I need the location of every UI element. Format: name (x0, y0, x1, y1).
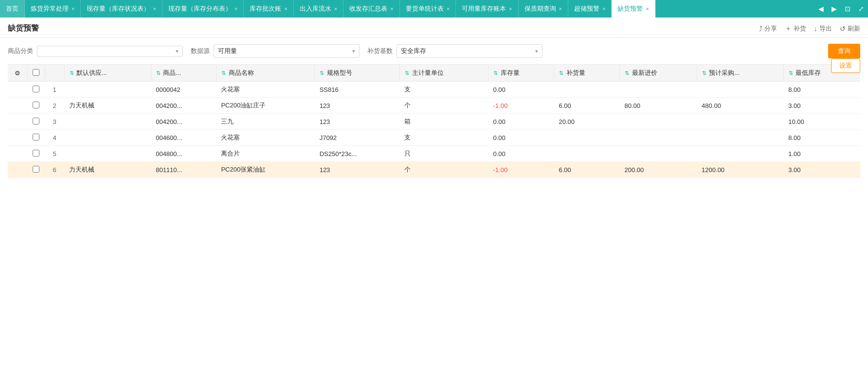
row-latest-price-4 (620, 146, 697, 162)
query-button[interactable]: 查询 (828, 44, 860, 58)
th-name[interactable]: ⇅ 商品名称 (216, 65, 314, 82)
row-checkbox-4[interactable] (33, 150, 39, 157)
table-row: 6 力天机械 801110... PC200张紧油缸 123 个 -1.00 6… (8, 162, 860, 178)
tab-next-btn[interactable]: ▶ (828, 0, 841, 18)
refresh-button[interactable]: ↺ 刷新 (840, 24, 860, 33)
datasource-select[interactable]: 可用量 ▾ (214, 44, 360, 58)
category-select[interactable]: ▾ (37, 46, 183, 57)
row-num-3: 4 (45, 130, 64, 146)
tab-close-expiry[interactable]: × (559, 6, 562, 12)
row-check-4[interactable] (27, 146, 45, 162)
row-supplement-1: 6.00 (554, 98, 620, 114)
tab-available-ledger[interactable]: 可用量库存账本 × (456, 0, 518, 18)
th-code[interactable]: ⇅ 商品... (151, 65, 216, 82)
tab-close-abnormal[interactable]: × (72, 6, 74, 12)
row-checkbox-0[interactable] (33, 86, 39, 92)
settings-button[interactable]: 设置 (831, 58, 860, 73)
row-name-3: 火花塞 (216, 130, 314, 146)
gear-icon: ⚙ (15, 70, 20, 77)
row-checkbox-3[interactable] (33, 134, 39, 141)
row-latest-price-2 (620, 114, 697, 130)
share-button[interactable]: ⤴ 分享 (759, 24, 777, 33)
tab-order-stats[interactable]: 要货单统计表 × (400, 0, 456, 18)
filter-bar: 商品分类 ▾ 数据源 可用量 ▾ 补货基数 安全库存 ▾ (0, 38, 868, 64)
row-min-stock-2: 10.00 (783, 114, 860, 130)
row-min-stock-3: 8.00 (783, 130, 860, 146)
row-check-5[interactable] (27, 162, 45, 178)
sort-supplement-icon: ⇅ (559, 70, 563, 76)
row-spec-3: J7092 (315, 130, 400, 146)
th-supplement[interactable]: ⇅ 补货量 (554, 65, 620, 82)
row-supplement-3 (554, 130, 620, 146)
tab-receive-summary[interactable]: 收发存汇总表 × (344, 0, 399, 18)
th-est-purchase[interactable]: ⇅ 预计采购... (697, 65, 783, 82)
tab-close-available-ledger[interactable]: × (509, 6, 512, 12)
tab-shortage[interactable]: 缺货预警 × (612, 0, 655, 18)
tab-batch-account[interactable]: 库存批次账 × (244, 0, 293, 18)
page-title: 缺货预警 (8, 23, 39, 34)
row-spec-1: 123 (315, 98, 400, 114)
row-stock-2: 0.00 (488, 114, 554, 130)
row-checkbox-1[interactable] (33, 102, 39, 108)
datasource-label: 数据源 (191, 47, 210, 55)
datasource-value: 可用量 (218, 47, 237, 55)
row-supplier-1: 力天机械 (64, 98, 151, 114)
tab-close-shortage[interactable]: × (646, 6, 649, 12)
datasource-dropdown-icon: ▾ (352, 48, 355, 54)
tab-expand-btn[interactable]: ⤢ (854, 0, 868, 18)
export-icon: ↓ (814, 25, 817, 33)
th-supplier[interactable]: ⇅ 默认供应... (64, 65, 151, 82)
row-unit-0: 支 (399, 82, 488, 98)
row-check-2[interactable] (27, 114, 45, 130)
th-latest-price[interactable]: ⇅ 最新进价 (620, 65, 697, 82)
row-code-3: 004600... (151, 130, 216, 146)
row-check-0[interactable] (27, 82, 45, 98)
tab-flow[interactable]: 出入库流水 × (294, 0, 344, 18)
supplement-button[interactable]: ＋ 补货 (785, 24, 806, 33)
tab-abnormal[interactable]: 炼货异常处理 × (25, 0, 81, 18)
page-header: 缺货预警 ⤴ 分享 ＋ 补货 ↓ 导出 ↺ 刷新 (0, 18, 868, 38)
row-unit-3: 支 (399, 130, 488, 146)
row-name-5: PC200张紧油缸 (216, 162, 314, 178)
tab-expiry[interactable]: 保质期查询 × (519, 0, 568, 18)
tab-window-btn[interactable]: ⊡ (841, 0, 854, 18)
tab-close-flow[interactable]: × (334, 6, 337, 12)
row-settings-4 (8, 146, 27, 162)
th-spec[interactable]: ⇅ 规格型号 (315, 65, 400, 82)
table-row: 3 004200... 三九 123 箱 0.00 20.00 10.00 (8, 114, 860, 130)
row-checkbox-5[interactable] (33, 166, 39, 173)
row-supplier-5: 力天机械 (64, 162, 151, 178)
tab-close-order-stats[interactable]: × (447, 6, 450, 12)
row-min-stock-5: 3.00 (783, 162, 860, 178)
tab-home[interactable]: 首页 (0, 0, 25, 18)
row-checkbox-2[interactable] (33, 118, 39, 124)
replenish-dropdown-icon: ▾ (535, 48, 538, 54)
select-all-checkbox[interactable] (33, 69, 39, 76)
tab-close-batch-account[interactable]: × (284, 6, 287, 12)
row-code-4: 004800... (151, 146, 216, 162)
row-supplement-5: 6.00 (554, 162, 620, 178)
tab-overstock[interactable]: 超储预警 × (568, 0, 612, 18)
row-check-3[interactable] (27, 130, 45, 146)
replenish-select[interactable]: 安全库存 ▾ (397, 44, 542, 58)
th-stock[interactable]: ⇅ 库存量 (488, 65, 554, 82)
table-row: 1 0000042 火花塞 SS816 支 0.00 8.00 (8, 82, 860, 98)
th-unit[interactable]: ⇅ 主计量单位 (399, 65, 488, 82)
tab-close-overstock[interactable]: × (602, 6, 605, 12)
row-stock-5: -1.00 (488, 162, 554, 178)
row-stock-4: 0.00 (488, 146, 554, 162)
tab-inventory-status[interactable]: 现存量（库存状况表） × (81, 0, 162, 18)
tab-prev-btn[interactable]: ◀ (814, 0, 828, 18)
export-button[interactable]: ↓ 导出 (814, 24, 832, 33)
row-stock-1: -1.00 (488, 98, 554, 114)
th-settings[interactable]: ⚙ (8, 65, 27, 82)
tab-close-receive-summary[interactable]: × (390, 6, 393, 12)
tab-close-inventory-status[interactable]: × (153, 6, 156, 12)
row-supplier-2 (64, 114, 151, 130)
row-num-0: 1 (45, 82, 64, 98)
tab-inventory-dist[interactable]: 现存量（库存分布表） × (163, 0, 244, 18)
tab-close-inventory-dist[interactable]: × (235, 6, 237, 12)
category-filter-group: 商品分类 ▾ (8, 46, 183, 57)
row-check-1[interactable] (27, 98, 45, 114)
replenish-value: 安全库存 (401, 47, 426, 55)
